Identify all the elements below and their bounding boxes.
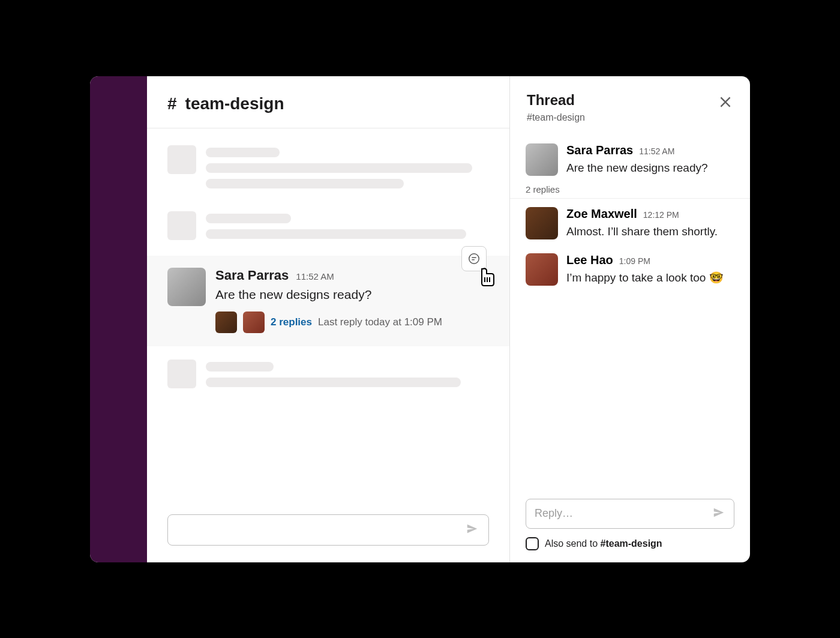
message-compose-box[interactable] (167, 514, 489, 546)
message-time: 11:52 AM (639, 146, 674, 156)
channel-column: # team-design (147, 76, 510, 562)
message-text: Almost. I’ll share them shortly. (566, 223, 734, 240)
avatar[interactable] (526, 207, 558, 239)
thread-channel-ref[interactable]: #team-design (527, 112, 585, 123)
skeleton-message (147, 139, 509, 205)
send-icon[interactable] (712, 506, 725, 522)
hash-icon: # (167, 94, 177, 113)
also-send-checkbox[interactable] (526, 537, 539, 550)
thread-message[interactable]: Lee Hao 1:09 PM I’m happy to take a look… (510, 245, 750, 291)
channel-header: # team-design (147, 76, 509, 128)
reply-placeholder: Reply… (535, 507, 573, 520)
message-author[interactable]: Sara Parras (215, 268, 289, 283)
skeleton-message (147, 346, 509, 404)
reply-avatar (215, 311, 237, 333)
message-author[interactable]: Zoe Maxwell (566, 207, 637, 221)
close-thread-button[interactable] (718, 94, 733, 110)
last-reply-time: Last reply today at 1:09 PM (318, 316, 442, 328)
thread-summary[interactable]: 2 replies Last reply today at 1:09 PM (215, 311, 489, 333)
pointer-cursor-icon (475, 265, 499, 292)
thread-panel: Thread #team-design Sara Parras 11:52 AM… (510, 76, 750, 562)
message-time: 11:52 AM (296, 271, 334, 281)
app-window: # team-design (90, 76, 750, 562)
message-author[interactable]: Lee Hao (566, 253, 613, 267)
channel-name: team-design (185, 94, 284, 113)
workspace-sidebar (90, 76, 147, 562)
send-icon[interactable] (466, 522, 479, 538)
thread-message[interactable]: Sara Parras 11:52 AM Are the new designs… (510, 135, 750, 181)
avatar[interactable] (167, 268, 206, 306)
message-author[interactable]: Sara Parras (566, 143, 633, 157)
message-list: Sara Parras 11:52 AM Are the new designs… (147, 128, 509, 514)
avatar[interactable] (526, 253, 558, 286)
also-send-row[interactable]: Also send to #team-design (510, 535, 750, 562)
message-time: 12:12 PM (643, 210, 679, 220)
channel-message[interactable]: Sara Parras 11:52 AM Are the new designs… (147, 256, 509, 346)
message-text: Are the new designs ready? (215, 286, 489, 303)
skeleton-message (147, 205, 509, 256)
reply-count: 2 replies (271, 316, 312, 328)
message-text: I’m happy to take a look too 🤓 (566, 269, 734, 286)
reply-avatar (243, 311, 265, 333)
svg-point-0 (469, 253, 479, 263)
also-send-label: Also send to #team-design (545, 538, 662, 549)
message-text: Are the new designs ready? (566, 160, 734, 176)
replies-count-divider: 2 replies (510, 181, 750, 199)
avatar[interactable] (526, 143, 558, 176)
thread-message-list: Sara Parras 11:52 AM Are the new designs… (510, 131, 750, 490)
message-time: 1:09 PM (619, 256, 650, 266)
thread-reply-box[interactable]: Reply… (526, 499, 734, 529)
thread-title: Thread (527, 92, 585, 109)
thread-header: Thread #team-design (510, 76, 750, 131)
thread-message[interactable]: Zoe Maxwell 12:12 PM Almost. I’ll share … (510, 199, 750, 245)
